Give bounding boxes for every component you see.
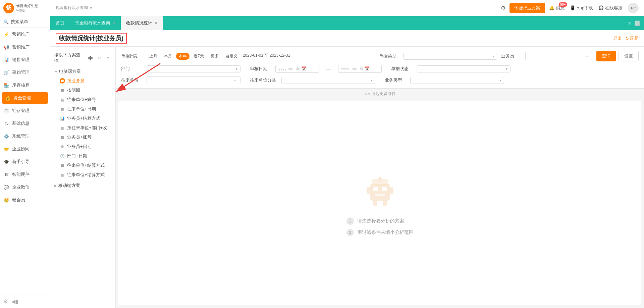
tab-bank-flow[interactable]: 现金银行流水查询 ✕	[70, 16, 121, 30]
window-close-icon[interactable]: ✕	[628, 20, 632, 26]
tab-close-bank-flow[interactable]: ✕	[112, 21, 115, 25]
chart-icon: 📊	[3, 57, 9, 63]
table3-icon: ▦	[60, 125, 65, 131]
audit-date-from[interactable]: yyyy-mm-dd 📅	[275, 65, 319, 73]
counterpart-category-select[interactable]: ▾	[281, 77, 375, 84]
sidebar-item-basicinfo[interactable]: 🗂 基础信息	[0, 117, 50, 130]
megaphone-icon: 📢	[3, 44, 9, 50]
page-inner: 收款情况统计(按业务员) ↑ 导出 ↻ 刷新 按以下方案查询 ➕	[50, 30, 644, 308]
svg-rect-7	[383, 201, 387, 206]
bill-type-select[interactable]: ▾	[403, 53, 497, 60]
settings-button[interactable]: 设置	[619, 51, 639, 61]
sidebar-item-sales[interactable]: 📊 销售管理	[0, 53, 50, 66]
tree-parent-mobile[interactable]: ▶ 移动端方案	[50, 181, 115, 190]
tab-close-receipt-stats[interactable]: ✕	[154, 21, 158, 25]
scheme-settings-button[interactable]: ⚙	[95, 54, 103, 62]
collapse-panel-button[interactable]: «	[104, 54, 111, 62]
sidebar-item-purchase[interactable]: 🛒 采购管理	[0, 66, 50, 79]
window-controls: ✕ ⬜	[628, 20, 644, 26]
bell-icon: 🔔	[549, 5, 554, 10]
refresh-icon: ↻	[625, 36, 629, 41]
sidebar-item-enterprise[interactable]: 🤝 企业协同	[0, 143, 50, 155]
sidebar: 畅 畅捷通好生意 标准版 🔍 搜索菜单 ⚡ 营销推广 📢 营销推广 📊 销售管理…	[0, 0, 50, 308]
panel-header-icons: ➕ ⚙ «	[87, 54, 111, 62]
search-menu-item[interactable]: 🔍 搜索菜单	[0, 16, 50, 28]
empty-step-2: 2 用过滤条件来缩小分析范围	[346, 229, 414, 236]
bill-type-select-arrow: ▾	[492, 54, 494, 58]
sidebar-item-member[interactable]: 👑 畅会员	[0, 194, 50, 206]
counterpart-select[interactable]: ···	[147, 76, 240, 84]
app-download-button[interactable]: 📱 App下载	[570, 5, 593, 11]
tree-item-unit-settle2[interactable]: ▦ 往来单位+结算方式	[50, 170, 115, 179]
counterpart-label: 往来单位	[121, 77, 141, 83]
staff-select[interactable]: ···	[525, 52, 592, 60]
tree-item-by-staff[interactable]: 按业务员	[50, 76, 115, 86]
user-avatar[interactable]: Rit	[628, 3, 639, 13]
phone-icon: 📱	[570, 5, 575, 10]
tree-item-staff-date[interactable]: ⚙ 业务员+日期	[50, 142, 115, 151]
header-settings-icon[interactable]: ⚙	[501, 5, 505, 11]
sidebar-item-operations[interactable]: 📋 经营管理	[0, 104, 50, 117]
date-tab-custom[interactable]: 自定义	[223, 53, 240, 60]
online-service-button[interactable]: 🎧 在线客服	[598, 5, 623, 11]
date-tab-7days[interactable]: 近7天	[191, 53, 207, 60]
trial-button[interactable]: 体验行业方案	[509, 3, 545, 13]
collapse-sidebar-icon[interactable]: ◀▮	[11, 298, 18, 305]
tree-item-dept-date[interactable]: 🕐 部门+日期	[50, 151, 115, 161]
tree-item-unit-date[interactable]: ▦ 往来单位+日期	[50, 104, 115, 114]
window-maximize-icon[interactable]: ⬜	[634, 20, 640, 26]
collapse-bar[interactable]: ∧∧ 收起更多条件	[116, 89, 644, 99]
money-icon: 💰	[5, 95, 11, 101]
sidebar-item-finance[interactable]: 💰 资金管理	[2, 92, 48, 104]
tab-bar: 首页 现金银行流水查询 ✕ 收款情况统计 ✕ ✕ ⬜	[50, 16, 644, 30]
bill-status-label: 单据状态	[391, 66, 411, 72]
audit-date-to[interactable]: yyyy-mm-dd 📅	[338, 65, 382, 73]
page-title: 收款情况统计(按业务员)	[56, 33, 127, 44]
settings-bottom-icon[interactable]: ⚙	[3, 298, 8, 305]
tab-receipt-stats[interactable]: 收款情况统计 ✕	[121, 16, 163, 30]
member-icon: 👑	[3, 197, 9, 203]
tree-item-by-detail[interactable]: ⊞ 按明细	[50, 86, 115, 95]
sidebar-item-wechat[interactable]: 💬 企业微信	[0, 181, 50, 194]
sidebar-item-guide[interactable]: 🎓 新手引导	[0, 155, 50, 168]
sidebar-logo: 畅 畅捷通好生意 标准版	[0, 0, 50, 16]
sidebar-item-system[interactable]: ⚙️ 系统管理	[0, 130, 50, 143]
tab-home[interactable]: 首页	[50, 16, 70, 30]
filter-row-1: 单据日期 上月 本月 本年 近7天 更多 自定义 2023-01-01 至	[121, 51, 639, 61]
date-tab-lastmonth[interactable]: 上月	[147, 53, 160, 60]
empty-step-1: 1 请先选择要分析的方案	[346, 217, 414, 225]
svg-rect-0	[370, 184, 390, 201]
bill-status-select[interactable]: ▾	[417, 65, 511, 72]
tree-item-unit-settle1[interactable]: ⊞ 往来单位+结算方式	[50, 161, 115, 170]
tree-parent-desktop[interactable]: ▼ 电脑端方案	[50, 67, 115, 76]
filter-row-2: 部门 ▾ 审核日期 yyyy-mm-dd 📅 — yyyy-mm-dd	[121, 65, 639, 73]
svg-rect-2	[382, 187, 387, 191]
logo-icon: 畅	[3, 3, 14, 13]
sidebar-item-hardware[interactable]: 🖥 智能硬件	[0, 168, 50, 181]
biz-type-select[interactable]: ▾	[410, 77, 504, 84]
page-header-actions: ↑ 导出 ↻ 刷新	[610, 35, 639, 41]
tree-item-unit-dept[interactable]: ▦ 按往来单位+部门+收...	[50, 123, 115, 133]
query-button[interactable]: 查询	[596, 51, 616, 61]
date-tab-thisyear[interactable]: 本年	[176, 53, 190, 60]
sidebar-item-inventory[interactable]: 🏪 库存核算	[0, 79, 50, 92]
breadcrumb-dropdown-icon[interactable]: ▾	[90, 6, 92, 10]
hardware-icon: 🖥	[3, 171, 9, 177]
clock-icon: 🕐	[60, 153, 65, 159]
svg-rect-1	[373, 187, 378, 191]
date-tab-more[interactable]: 更多	[208, 53, 221, 60]
tree-item-staff-account[interactable]: ▦ 业务员+账号	[50, 133, 115, 142]
add-scheme-button[interactable]: ➕	[87, 54, 94, 62]
refresh-button[interactable]: ↻ 刷新	[625, 35, 639, 41]
calendar-icon-to: 📅	[364, 66, 369, 71]
tree-item-unit-account[interactable]: ▦ 往来单位+账号	[50, 95, 115, 104]
date-tab-thismonth[interactable]: 本月	[161, 53, 175, 60]
tree-item-staff-settle[interactable]: 📊 业务员+结算方式	[50, 114, 115, 123]
msg-button[interactable]: 🔔 消息 99+	[549, 5, 565, 11]
export-button[interactable]: ↑ 导出	[610, 35, 622, 41]
sidebar-item-marketing[interactable]: 📢 营销推广	[0, 41, 50, 53]
dept-select[interactable]: ▾	[147, 65, 240, 72]
filter-row-3: 往来单位 ··· 往来单位分类 ▾ 业务类型 ▾	[121, 76, 639, 84]
date-tabs: 上月 本月 本年 近7天 更多 自定义 2023-01-01 至 2023-12…	[147, 53, 290, 60]
sidebar-item-quick-nav[interactable]: ⚡ 营销推广	[0, 28, 50, 41]
